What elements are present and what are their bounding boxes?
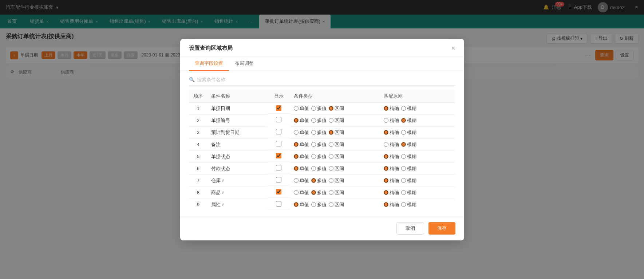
type-single-opt[interactable]: 单值	[294, 165, 309, 172]
type-range-opt[interactable]: 区间	[329, 177, 344, 184]
display-cell[interactable]	[268, 150, 290, 161]
display-checkbox[interactable]	[276, 105, 281, 111]
save-button[interactable]: 保存	[428, 222, 455, 235]
cancel-button[interactable]: 取消	[396, 222, 424, 235]
display-checkbox[interactable]	[276, 165, 281, 170]
type-multi-opt[interactable]: 多值	[311, 165, 327, 172]
conditions-table: 顺序 条件名称 显示 条件类型 匹配原则 1 单据日期	[189, 90, 455, 210]
match-exact-opt[interactable]: 精确	[384, 201, 399, 208]
dialog-close-button[interactable]: ×	[451, 45, 455, 56]
dialog-tabs: 查询字段设置 布局调整	[180, 56, 464, 71]
type-single-opt[interactable]: 单值	[294, 177, 309, 184]
match-exact-opt[interactable]: 精确	[384, 117, 399, 124]
type-multi-opt[interactable]: 多值	[311, 117, 327, 124]
match-cell: 精确 模糊	[380, 186, 455, 199]
display-cell[interactable]	[268, 114, 290, 125]
type-multi-opt[interactable]: 多值	[311, 177, 327, 184]
match-fuzzy-opt[interactable]: 模糊	[401, 129, 416, 136]
match-fuzzy-opt[interactable]: 模糊	[401, 153, 416, 160]
display-checkbox[interactable]	[276, 177, 281, 182]
display-checkbox[interactable]	[276, 117, 281, 122]
match-cell: 精确 模糊	[380, 162, 455, 174]
display-cell[interactable]	[268, 174, 290, 185]
table-row: 7 仓库 ∨ 单值 多值 区间	[189, 174, 455, 186]
type-cell: 单值 多值 区间	[290, 174, 380, 186]
type-single-opt[interactable]: 单值	[294, 141, 309, 148]
table-row: 3 预计到货日期 单值 多值 区间	[189, 126, 455, 138]
match-fuzzy-opt[interactable]: 模糊	[401, 201, 416, 208]
type-multi-opt[interactable]: 多值	[311, 141, 327, 148]
th-type: 条件类型	[290, 90, 380, 103]
match-fuzzy-opt[interactable]: 模糊	[401, 117, 416, 124]
display-cell[interactable]	[268, 162, 290, 173]
match-exact-opt[interactable]: 精确	[384, 177, 399, 184]
match-fuzzy-opt[interactable]: 模糊	[401, 177, 416, 184]
display-cell[interactable]	[268, 199, 290, 209]
type-range-opt[interactable]: 区间	[329, 153, 344, 160]
type-range-opt[interactable]: 区间	[329, 165, 344, 172]
match-cell: 精确 模糊	[380, 174, 455, 186]
type-range-opt[interactable]: 区间	[329, 201, 344, 208]
expand-icon: ∨	[221, 178, 224, 183]
type-multi-opt[interactable]: 多值	[311, 153, 327, 160]
match-cell: 精确 模糊	[380, 114, 455, 126]
match-radio-group: 精确 模糊	[384, 105, 451, 112]
type-single-opt[interactable]: 单值	[294, 117, 309, 124]
type-single-opt[interactable]: 单值	[294, 105, 309, 112]
display-cell[interactable]	[268, 103, 290, 114]
type-single-opt[interactable]: 单值	[294, 201, 309, 208]
conditions-table-scroll[interactable]: 顺序 条件名称 显示 条件类型 匹配原则 1 单据日期	[189, 90, 455, 210]
type-range-opt[interactable]: 区间	[329, 129, 344, 136]
display-cell[interactable]	[268, 138, 290, 149]
display-checkbox[interactable]	[276, 153, 281, 158]
type-range-opt[interactable]: 区间	[329, 189, 344, 196]
match-exact-opt[interactable]: 精确	[384, 105, 399, 112]
type-multi-opt[interactable]: 多值	[311, 105, 327, 112]
tab-layout-adjust[interactable]: 布局调整	[229, 56, 260, 71]
match-fuzzy-opt[interactable]: 模糊	[401, 105, 416, 112]
dialog-title: 设置查询区域布局	[189, 45, 233, 56]
th-display: 显示	[268, 90, 290, 103]
search-input[interactable]	[197, 77, 270, 82]
display-checkbox[interactable]	[276, 129, 281, 134]
name-cell: 备注	[208, 138, 268, 150]
type-range-opt[interactable]: 区间	[329, 105, 344, 112]
type-multi-opt[interactable]: 多值	[311, 129, 327, 136]
match-cell: 精确 模糊	[380, 138, 455, 150]
match-fuzzy-opt[interactable]: 模糊	[401, 189, 416, 196]
type-range-opt[interactable]: 区间	[329, 117, 344, 124]
seq-cell: 7	[189, 174, 208, 186]
display-cell[interactable]	[268, 186, 290, 197]
type-range-opt[interactable]: 区间	[329, 141, 344, 148]
name-cell: 商品 ∨	[208, 186, 268, 199]
match-fuzzy-opt[interactable]: 模糊	[401, 165, 416, 172]
expand-icon: ∨	[221, 202, 224, 207]
tab-query-fields[interactable]: 查询字段设置	[189, 56, 229, 71]
type-multi-opt[interactable]: 多值	[311, 189, 327, 196]
match-exact-opt[interactable]: 精确	[384, 141, 399, 148]
type-cell: 单值 多值 区间	[290, 150, 380, 162]
name-cell: 仓库 ∨	[208, 174, 268, 186]
seq-cell: 6	[189, 162, 208, 174]
match-exact-opt[interactable]: 精确	[384, 153, 399, 160]
type-single-opt[interactable]: 单值	[294, 153, 309, 160]
type-cell: 单值 多值 区间	[290, 199, 380, 210]
type-single-opt[interactable]: 单值	[294, 129, 309, 136]
seq-cell: 5	[189, 150, 208, 162]
display-checkbox[interactable]	[276, 141, 281, 146]
dialog-body: 🔍 顺序 条件名称 显示 条件类型 匹配原则	[180, 71, 464, 216]
display-cell[interactable]	[268, 126, 290, 137]
type-single-opt[interactable]: 单值	[294, 189, 309, 196]
seq-cell: 2	[189, 114, 208, 126]
type-multi-opt[interactable]: 多值	[311, 201, 327, 208]
match-fuzzy-opt[interactable]: 模糊	[401, 141, 416, 148]
match-exact-opt[interactable]: 精确	[384, 165, 399, 172]
display-checkbox[interactable]	[276, 189, 281, 194]
name-cell: 单据编号	[208, 114, 268, 126]
type-cell: 单值 多值 区间	[290, 102, 380, 114]
match-exact-opt[interactable]: 精确	[384, 129, 399, 136]
match-exact-opt[interactable]: 精确	[384, 189, 399, 196]
display-checkbox[interactable]	[276, 201, 281, 207]
seq-cell: 9	[189, 199, 208, 210]
expand-icon: ∨	[221, 190, 224, 195]
